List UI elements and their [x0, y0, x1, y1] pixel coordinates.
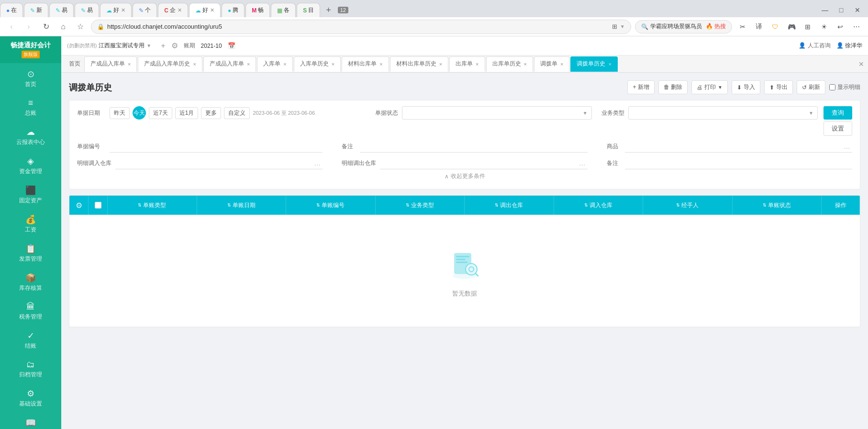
tab-close-5[interactable]: ✕ [121, 7, 125, 13]
browser-tab-3[interactable]: ✎ 易 [49, 3, 74, 17]
delete-button[interactable]: 🗑 删除 [658, 80, 688, 94]
tab-close-outbound-history[interactable]: × [524, 61, 527, 67]
select-all-checkbox[interactable] [95, 202, 101, 209]
tab-product-inbound-2[interactable]: 产成品入库单 × [203, 56, 256, 72]
ext-shield[interactable]: 🛡 [768, 20, 782, 33]
goods-picker-icon[interactable]: … [844, 143, 850, 150]
tab-close-material-outbound[interactable]: × [379, 61, 382, 67]
tab-close-transfer-history[interactable]: × [608, 61, 611, 67]
minimize-button[interactable]: — [818, 3, 832, 17]
th-business-type[interactable]: ⇅ 业务类型 [376, 196, 465, 215]
tab-material-outbound-history[interactable]: 材料出库单历史 × [390, 56, 448, 72]
th-handler[interactable]: ⇅ 经手人 [643, 196, 733, 215]
tab-outbound-history[interactable]: 出库单历史 × [486, 56, 533, 72]
sidebar-item-archive[interactable]: 🗂 归档管理 [0, 355, 61, 384]
tab-close-inbound[interactable]: × [283, 61, 286, 67]
tab-product-inbound-history[interactable]: 产成品入库单历史 × [138, 56, 202, 72]
user-profile[interactable]: 👤 徐泽华 [836, 42, 862, 50]
th-doc-number[interactable]: ⇅ 单账编号 [286, 196, 376, 215]
tab-inbound-history[interactable]: 入库单历史 × [294, 56, 341, 72]
date-today[interactable]: 今天 [133, 106, 146, 120]
print-button[interactable]: 🖨 打印 ▼ [691, 80, 728, 94]
browser-tab-7[interactable]: C 企 ✕ [158, 3, 188, 17]
tab-close-material-outbound-history[interactable]: × [439, 61, 442, 67]
tab-home[interactable]: 首页 [65, 60, 84, 68]
collapse-button[interactable]: ∧ 收起更多条件 [445, 172, 485, 180]
tab-close-product-inbound-history[interactable]: × [193, 61, 196, 67]
sidebar-item-funds[interactable]: ◈ 资金管理 [0, 151, 61, 180]
sidebar-item-guide[interactable]: 📖 新手引导 [0, 413, 61, 429]
th-gear[interactable]: ⚙ [69, 196, 89, 215]
date-1month[interactable]: 近1月 [175, 107, 199, 119]
sidebar-item-reports[interactable]: ☁ 云报表中心 [0, 122, 61, 151]
close-window-button[interactable]: ✕ [851, 3, 864, 17]
tab-close-product-inbound[interactable]: × [128, 61, 131, 67]
date-custom[interactable]: 自定义 [224, 107, 250, 119]
ext-menu[interactable]: ⋯ [850, 20, 863, 33]
ext-scissors[interactable]: ✂ [736, 20, 749, 33]
ext-translate[interactable]: 译 [752, 20, 766, 33]
new-button[interactable]: + 新增 [627, 80, 654, 94]
export-button[interactable]: ⬆ 导出 [764, 80, 793, 94]
browser-tab-6[interactable]: ✎ 个 [133, 3, 157, 17]
add-tab-button[interactable]: + [321, 3, 336, 17]
refresh-button[interactable]: ↻ [39, 20, 53, 33]
address-bar[interactable]: 🔒 https://cloud.chanjet.com/accounting/u… [91, 20, 631, 34]
maximize-button[interactable]: □ [835, 3, 848, 17]
browser-tab-4[interactable]: ✎ 易 [75, 3, 99, 17]
gear-button[interactable]: ⚙ [76, 201, 82, 210]
note-input[interactable] [625, 157, 852, 169]
th-out-warehouse[interactable]: ⇅ 调出仓库 [465, 196, 554, 215]
tab-outbound[interactable]: 出库单 × [449, 56, 485, 72]
out-warehouse-picker-icon[interactable]: … [579, 159, 586, 167]
th-status[interactable]: ⇅ 单账状态 [733, 196, 822, 215]
tab-material-outbound[interactable]: 材料出库单 × [342, 56, 389, 72]
browser-tab-9[interactable]: ● 腾 [222, 3, 245, 17]
sidebar-item-wages[interactable]: 💰 工资 [0, 209, 61, 239]
bookmark-button[interactable]: ☆ [74, 20, 87, 33]
tab-close-7[interactable]: ✕ [178, 7, 182, 13]
display-toggle-checkbox[interactable] [829, 84, 835, 90]
calendar-icon[interactable]: 📅 [228, 42, 235, 49]
browser-tab-10[interactable]: M 畅 [245, 3, 270, 17]
browser-tab-2[interactable]: ✎ 新 [24, 3, 48, 17]
home-button[interactable]: ⌂ [56, 20, 70, 33]
th-doc-date[interactable]: ⇅ 单账日期 [197, 196, 287, 215]
company-settings-icon[interactable]: ⚙ [171, 41, 178, 50]
sidebar-item-home[interactable]: ⊙ 首页 [0, 64, 61, 93]
company-selector[interactable]: (勿删勿禁用) 江西服宝测试专用 ▼ [67, 42, 151, 50]
tab-close-product-inbound-2[interactable]: × [247, 61, 250, 67]
service-button[interactable]: 👤 人工咨询 [799, 42, 830, 50]
sidebar-item-settings[interactable]: ⚙ 基础设置 [0, 384, 61, 413]
search-bar[interactable]: 🔍 学霸应聘场景驱鸟员 🔥 热搜 [635, 20, 732, 33]
close-all-tabs[interactable]: ✕ [858, 60, 864, 68]
browser-tab-11[interactable]: ▦ 各 [271, 3, 296, 17]
tab-close-outbound[interactable]: × [476, 61, 479, 67]
add-company-button[interactable]: + [161, 42, 165, 50]
ext-grid[interactable]: ⊞ [801, 20, 814, 33]
sidebar-item-tax[interactable]: 🏛 税务管理 [0, 297, 61, 326]
sidebar-item-invoice[interactable]: 📋 发票管理 [0, 239, 61, 268]
refresh-button[interactable]: ↺ 刷新 [797, 80, 825, 94]
tab-transfer-history[interactable]: 调拨单历史 × [570, 56, 617, 72]
status-select[interactable]: ▼ [402, 106, 591, 120]
browser-tab-1[interactable]: ● 在 [0, 3, 23, 17]
tab-close-inbound-history[interactable]: × [332, 61, 334, 67]
forward-button[interactable]: › [22, 20, 35, 33]
tab-product-inbound[interactable]: 产成品入库单 × [84, 56, 137, 72]
sidebar-item-fixed-assets[interactable]: ⬛ 固定资产 [0, 180, 61, 209]
tab-inbound[interactable]: 入库单 × [257, 56, 292, 72]
remark-input[interactable] [360, 141, 587, 152]
ext-undo[interactable]: ↩ [834, 20, 847, 33]
browser-tab-8[interactable]: ☁ 好 ✕ [189, 3, 221, 17]
business-type-select[interactable]: ▼ [628, 106, 818, 120]
in-warehouse-picker-icon[interactable]: … [314, 159, 321, 167]
th-in-warehouse[interactable]: ⇅ 调入仓库 [554, 196, 644, 215]
th-doc-type[interactable]: ⇅ 单账类型 [108, 196, 197, 215]
sidebar-item-inventory[interactable]: 📦 库存核算 [0, 268, 61, 297]
sidebar-item-closing[interactable]: ✓ 结账 [0, 326, 61, 355]
out-warehouse-input[interactable] [380, 157, 579, 169]
query-button[interactable]: 查询 [823, 106, 852, 120]
tab-close-8[interactable]: ✕ [210, 7, 214, 13]
date-more[interactable]: 更多 [201, 107, 221, 119]
